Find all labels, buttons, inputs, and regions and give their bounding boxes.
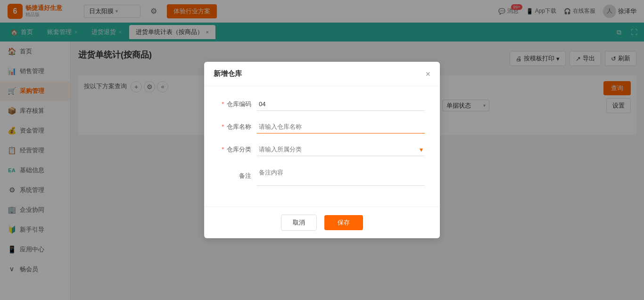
warehouse-category-select-wrap: ▾ (257, 143, 425, 156)
warehouse-name-row: * 仓库名称 (219, 120, 425, 133)
warehouse-code-input[interactable] (257, 98, 425, 111)
dialog-header: 新增仓库 × (204, 62, 440, 86)
required-star-name: * (222, 123, 224, 130)
required-star-category: * (222, 146, 224, 153)
new-warehouse-dialog: 新增仓库 × * 仓库编码 * 仓库名称 (204, 62, 440, 238)
cancel-button[interactable]: 取消 (281, 215, 317, 231)
save-button[interactable]: 保存 (324, 215, 363, 230)
warehouse-name-label: * 仓库名称 (219, 123, 257, 131)
warehouse-code-row: * 仓库编码 (219, 98, 425, 111)
warehouse-name-input[interactable] (257, 120, 425, 133)
dialog-overlay: 新增仓库 × * 仓库编码 * 仓库名称 (0, 0, 644, 300)
note-label: 备注 (219, 172, 257, 180)
warehouse-code-label: * 仓库编码 (219, 100, 257, 108)
note-input[interactable] (257, 166, 425, 186)
note-row: 备注 (219, 166, 425, 186)
dialog-close-button[interactable]: × (425, 70, 430, 78)
warehouse-category-input[interactable] (257, 143, 425, 156)
warehouse-category-label: * 仓库分类 (219, 145, 257, 154)
warehouse-category-row: * 仓库分类 ▾ (219, 143, 425, 156)
required-star-code: * (222, 100, 224, 108)
dialog-title: 新增仓库 (214, 69, 242, 78)
dialog-body: * 仓库编码 * 仓库名称 * 仓库分类 (204, 86, 440, 207)
dialog-footer: 取消 保存 (204, 207, 440, 238)
